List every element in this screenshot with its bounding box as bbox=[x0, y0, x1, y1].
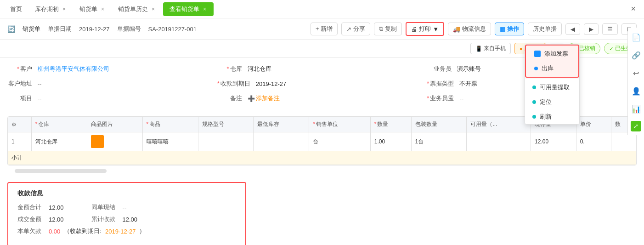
deal-label: 成交金额 bbox=[17, 215, 45, 223]
payment-info-box: 收款信息 金额合计 12.00 同单现结 -- 成交金额 12.00 累计收款 bbox=[7, 182, 246, 245]
sidebar-expand-icon[interactable]: ⤢ bbox=[631, 121, 641, 131]
gear-icon[interactable]: ⚙ bbox=[11, 121, 17, 128]
customer-label: 客户 bbox=[7, 65, 35, 73]
sidebar-undo-icon[interactable]: ↩ bbox=[631, 67, 641, 80]
same-order-value: -- bbox=[123, 204, 127, 211]
phone-icon: 📱 bbox=[475, 46, 482, 52]
cell-no: 1 bbox=[8, 132, 31, 151]
toolbar-actions: + 新增 ↗ 分享 ⧉ 复制 🖨 打印 ▼ 🚚 物流信息 bbox=[311, 22, 637, 36]
from-phone-button[interactable]: 📱 来自手机 bbox=[470, 43, 511, 54]
doc-date-value: 2019-12-27 bbox=[79, 26, 110, 33]
ticket-icon: ● bbox=[520, 46, 523, 52]
warehouse-field: 仓库 河北仓库 bbox=[217, 65, 427, 73]
salesperson-value: 演示账号 bbox=[457, 65, 481, 73]
dropdown-item-locate[interactable]: 定位 bbox=[525, 95, 579, 109]
doc-info: 🔄 销货单 单据日期 2019-12-27 单据编号 SA-20191227-0… bbox=[7, 25, 305, 33]
payment-same-order: 同单现结 -- bbox=[91, 203, 127, 211]
dropdown-item-refresh[interactable]: 刷新 bbox=[525, 109, 579, 124]
dropdown-item-outbound[interactable]: 出库 bbox=[527, 61, 577, 76]
sidebar-user-icon[interactable]: 👤 bbox=[630, 85, 643, 97]
doc-title: 销货单 bbox=[23, 25, 40, 33]
address-value: -- bbox=[38, 80, 42, 87]
copy-icon: ⧉ bbox=[379, 25, 383, 33]
dropdown-item-invoice[interactable]: 添加发票 bbox=[527, 46, 577, 61]
note-label: 备注 bbox=[217, 94, 245, 103]
print-button[interactable]: 🖨 打印 ▼ bbox=[406, 22, 444, 36]
scrollbar[interactable] bbox=[15, 169, 107, 173]
due-date-value: 2019-12-27 bbox=[256, 80, 287, 87]
payment-current-due: 本单欠款 0.00 （收款到期日: 2019-12-27 ） bbox=[17, 227, 145, 235]
sidebar-link-icon[interactable]: 🔗 bbox=[630, 49, 643, 62]
prev-button[interactable]: ◀ bbox=[565, 23, 580, 35]
tab-sales[interactable]: 销货单 × bbox=[74, 2, 111, 16]
next-button[interactable]: ▶ bbox=[584, 23, 599, 35]
tab-view-sales-close[interactable]: × bbox=[202, 6, 207, 12]
cell-product: 嘻嘻嘻嘻 bbox=[142, 132, 198, 151]
scroll-area bbox=[0, 165, 644, 177]
logistics-button[interactable]: 🚚 物流信息 bbox=[448, 23, 491, 35]
col-pkg-qty: 包装数量 bbox=[411, 117, 467, 132]
main-toolbar: 🔄 销货单 单据日期 2019-12-27 单据编号 SA-20191227-0… bbox=[0, 18, 644, 40]
tab-sales-close[interactable]: × bbox=[100, 6, 105, 12]
payment-deal: 成交金额 12.00 bbox=[17, 215, 64, 223]
customer-field: 客户 柳州粤港平安气体有限公司 bbox=[7, 65, 217, 73]
outbound-icon bbox=[534, 67, 538, 70]
tab-sales-history-label: 销货单历史 bbox=[118, 5, 148, 13]
share-button[interactable]: ↗ 分享 bbox=[341, 23, 370, 35]
available-icon bbox=[532, 85, 536, 89]
invoice-icon bbox=[534, 51, 541, 57]
cell-img bbox=[87, 132, 142, 151]
warehouse-value: 河北仓库 bbox=[248, 65, 271, 73]
address-field: 客户地址 -- bbox=[7, 80, 217, 88]
cell-spec bbox=[198, 132, 254, 151]
sidebar-chart-icon[interactable]: 📊 bbox=[630, 103, 643, 115]
customer-value[interactable]: 柳州粤港平安气体有限公司 bbox=[38, 65, 109, 73]
current-due-value: 0.00 bbox=[49, 228, 60, 235]
subtotal-cell: 小计 bbox=[8, 151, 636, 165]
operation-button[interactable]: ▦ 操作 bbox=[495, 23, 524, 35]
sidebar-doc-icon[interactable]: 📄 bbox=[630, 31, 643, 44]
tab-bar: 首页 库存期初 × 销货单 × 销货单历史 × 查看销货单 × × bbox=[0, 0, 644, 18]
total-label: 金额合计 bbox=[17, 203, 45, 211]
project-value: -- bbox=[38, 95, 42, 102]
doc-no-value: SA-20191227-001 bbox=[148, 26, 197, 33]
due-note-end: ） bbox=[139, 227, 145, 235]
list-view-button[interactable]: ☰ bbox=[602, 23, 618, 35]
tab-inventory[interactable]: 库存期初 × bbox=[29, 2, 72, 16]
due-note: （收款到期日: bbox=[64, 227, 102, 235]
col-price: 单价 bbox=[576, 117, 611, 132]
payment-row-2: 成交金额 12.00 累计收款 12.00 bbox=[17, 215, 236, 223]
payment-title: 收款信息 bbox=[17, 189, 236, 198]
tab-view-sales[interactable]: 查看销货单 × bbox=[163, 2, 214, 16]
tab-home[interactable]: 首页 bbox=[5, 2, 28, 16]
payment-row-1: 金额合计 12.00 同单现结 -- bbox=[17, 203, 236, 211]
window-close-button[interactable]: × bbox=[627, 4, 639, 14]
payment-cumulative: 累计收款 12.00 bbox=[91, 215, 138, 223]
tab-sales-history[interactable]: 销货单历史 × bbox=[113, 2, 161, 16]
due-date-label: 收款到期日 bbox=[217, 80, 253, 88]
project-label: 项目 bbox=[7, 94, 35, 103]
dropdown-item-available[interactable]: 可用量提取 bbox=[525, 80, 579, 95]
new-button[interactable]: + 新增 bbox=[311, 23, 338, 35]
total-value: 12.00 bbox=[49, 204, 64, 211]
tab-home-label: 首页 bbox=[10, 5, 22, 13]
tab-inventory-close[interactable]: × bbox=[62, 6, 67, 12]
tab-sales-history-close[interactable]: × bbox=[151, 6, 156, 12]
dropdown-divider-1 bbox=[525, 79, 579, 79]
col-gear: ⚙ bbox=[8, 117, 31, 132]
cell-unit: 台 bbox=[309, 132, 370, 151]
print-dropdown-icon: ▼ bbox=[433, 26, 439, 33]
add-note-button[interactable]: ➕ 添加备注 bbox=[248, 94, 280, 103]
cell-min-stock bbox=[254, 132, 309, 151]
warehouse-label: 仓库 bbox=[217, 65, 245, 73]
history-button[interactable]: 历史单据 bbox=[528, 23, 562, 35]
salesperson-label: 业务员 bbox=[427, 65, 454, 73]
doc-no-label: 单据编号 bbox=[117, 25, 141, 33]
dropdown-header: 添加发票 出库 bbox=[525, 45, 579, 78]
print-icon: 🖨 bbox=[411, 26, 417, 33]
copy-button[interactable]: ⧉ 复制 bbox=[374, 23, 402, 35]
col-spec: 规格型号 bbox=[198, 117, 254, 132]
operation-dropdown: 添加发票 出库 可用量提取 定位 刷新 bbox=[525, 44, 580, 125]
cumulative-value: 12.00 bbox=[123, 216, 138, 223]
salesperson2-label: 业务员孟 bbox=[427, 94, 457, 103]
